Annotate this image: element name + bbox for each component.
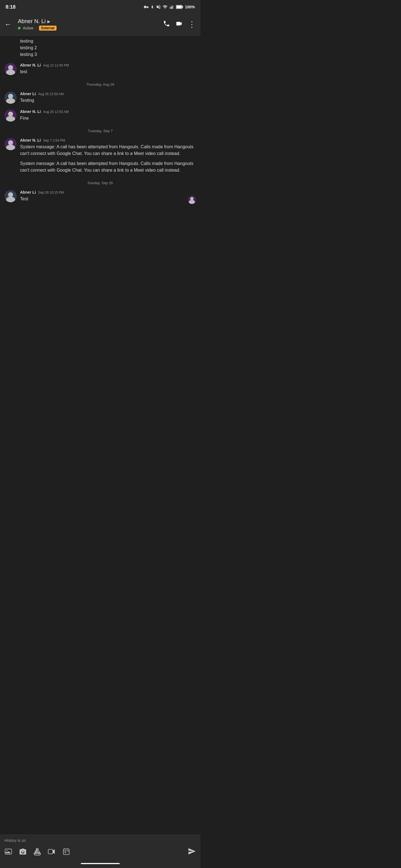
message-sender: Abner N. Li: [20, 63, 41, 67]
mute-icon: [156, 4, 161, 9]
message-time: Aug 26 12:50 AM: [38, 92, 64, 96]
message-row: Abner Li Sep 26 10:15 PM Test: [0, 187, 200, 208]
message-content: Abner N. Li Aug 26 12:50 AM Fine: [20, 109, 196, 122]
message-time: Aug 26 12:50 AM: [43, 110, 69, 114]
message-content: Abner Li Aug 26 12:50 AM Testing: [20, 92, 196, 104]
status-separator: ·: [36, 26, 37, 30]
active-dot-icon: [18, 27, 21, 30]
reaction-avatar: [188, 195, 196, 204]
call-button[interactable]: [163, 20, 170, 29]
message-row: Abner N. Li Aug 13 12:40 PM test: [0, 60, 200, 78]
message-meta: Abner N. Li Aug 13 12:40 PM: [20, 63, 196, 67]
toolbar-actions: ⋮: [163, 20, 196, 29]
status-icons: 100%: [144, 4, 195, 9]
svg-rect-5: [182, 6, 183, 8]
messages-area: testing testing 2 testing 3 Abner N. Li …: [0, 36, 200, 249]
message-sender: Abner Li: [20, 92, 36, 96]
toolbar: ← Abner N. Li ▶ Active · External ⋮: [0, 13, 200, 36]
status-bar: 8:18: [0, 0, 200, 13]
message-row: Abner N. Li Sep 7 2:54 PM System message…: [0, 135, 200, 176]
battery-percent: 100%: [185, 5, 195, 9]
avatar: [4, 109, 17, 122]
message-row: Abner N. Li Aug 26 12:50 AM Fine: [0, 106, 200, 124]
message-content: Abner Li Sep 26 10:15 PM Test: [20, 190, 196, 202]
key-icon: [144, 4, 149, 9]
bluetooth-icon: [150, 4, 154, 9]
back-button[interactable]: ←: [4, 20, 15, 29]
date-divider: Sunday, Sep 26: [0, 176, 200, 187]
message-meta: Abner Li Aug 26 12:50 AM: [20, 92, 196, 96]
message-content: Abner N. Li Sep 7 2:54 PM System message…: [20, 138, 196, 174]
message-row: Abner Li Aug 26 12:50 AM Testing: [0, 89, 200, 106]
video-call-button[interactable]: [175, 20, 183, 29]
signal-icon: [169, 4, 174, 9]
message-meta: Abner Li Sep 26 10:15 PM: [20, 190, 196, 194]
avatar: [4, 190, 17, 202]
svg-rect-1: [171, 7, 171, 9]
contact-arrow-icon: ▶: [47, 19, 50, 24]
avatar: [4, 92, 17, 104]
contact-status-row: Active · External: [18, 26, 160, 31]
message-time: Aug 13 12:40 PM: [43, 63, 69, 67]
message-text: Testing: [20, 97, 196, 104]
status-time: 8:18: [6, 4, 16, 10]
contact-name-row: Abner N. Li ▶: [18, 18, 160, 25]
message-sender: Abner N. Li: [20, 138, 41, 143]
message-meta: Abner N. Li Aug 26 12:50 AM: [20, 109, 196, 114]
message-meta: Abner N. Li Sep 7 2:54 PM: [20, 138, 196, 143]
message-text: test: [20, 68, 196, 75]
message-text-2: System message: A call has been attempte…: [20, 160, 196, 174]
active-text: Active: [23, 26, 33, 30]
message-text: Fine: [20, 115, 196, 122]
message-time: Sep 7 2:54 PM: [43, 138, 65, 143]
wifi-icon: [163, 4, 168, 9]
avatar: [4, 138, 17, 150]
date-divider: Thursday, Aug 26: [0, 78, 200, 89]
avatar: [4, 63, 17, 75]
continuation-block: testing testing 2 testing 3: [0, 36, 200, 60]
continuation-line-1: testing: [20, 38, 196, 44]
continuation-line-3: testing 3: [20, 51, 196, 58]
svg-rect-3: [173, 6, 173, 9]
more-options-button[interactable]: ⋮: [188, 20, 196, 29]
contact-name: Abner N. Li: [18, 18, 46, 25]
message-time: Sep 26 10:15 PM: [38, 191, 64, 194]
date-divider: Tuesday, Sep 7: [0, 124, 200, 135]
svg-rect-6: [176, 6, 182, 8]
continuation-line-2: testing 2: [20, 44, 196, 51]
message-text: System message: A call has been attempte…: [20, 144, 196, 157]
battery-icon: [176, 5, 183, 9]
message-content: Abner N. Li Aug 13 12:40 PM test: [20, 63, 196, 75]
message-text: Test: [20, 195, 196, 202]
svg-rect-0: [170, 7, 170, 9]
svg-rect-2: [172, 6, 172, 9]
message-sender: Abner N. Li: [20, 109, 41, 114]
contact-info-block: Abner N. Li ▶ Active · External: [18, 18, 160, 31]
external-badge: External: [39, 26, 57, 31]
message-sender: Abner Li: [20, 190, 36, 194]
